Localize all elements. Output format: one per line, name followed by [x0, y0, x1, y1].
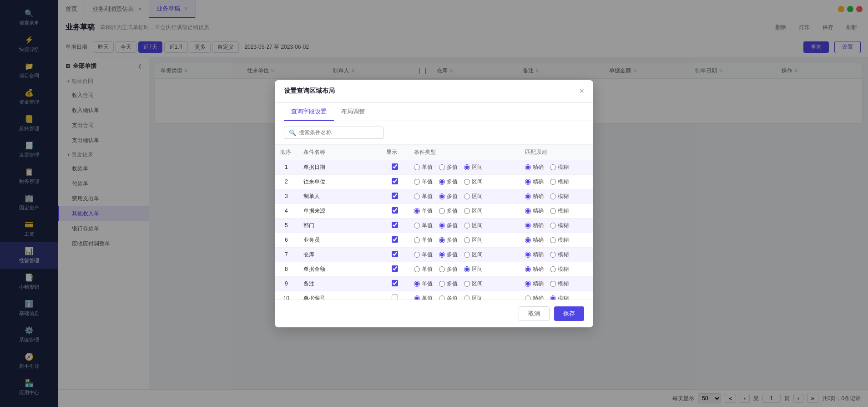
type-option-多值-10[interactable]: 多值: [439, 295, 458, 300]
match-radio-精确-10[interactable]: [525, 295, 531, 300]
type-option-多值-7[interactable]: 多值: [439, 251, 458, 259]
match-radio-模糊-8[interactable]: [550, 266, 556, 272]
type-option-单值-10[interactable]: 单值: [414, 295, 433, 300]
type-option-区间-7[interactable]: 区间: [464, 251, 483, 259]
match-radio-精确-6[interactable]: [525, 237, 531, 243]
match-radio-模糊-1[interactable]: [550, 164, 556, 170]
show-checkbox-10[interactable]: [392, 295, 398, 300]
match-option-精确-5[interactable]: 精确: [525, 222, 544, 229]
match-option-精确-8[interactable]: 精确: [525, 265, 544, 273]
search-input[interactable]: [299, 129, 379, 136]
match-radio-模糊-10[interactable]: [550, 295, 556, 300]
type-radio-单值-1[interactable]: [414, 164, 420, 170]
type-option-区间-8[interactable]: 区间: [464, 265, 483, 273]
match-option-精确-3[interactable]: 精确: [525, 193, 544, 200]
type-option-区间-6[interactable]: 区间: [464, 236, 483, 244]
match-option-精确-9[interactable]: 精确: [525, 280, 544, 288]
type-radio-区间-9[interactable]: [464, 281, 470, 287]
type-radio-多值-6[interactable]: [439, 237, 445, 243]
modal-close-btn[interactable]: ×: [579, 86, 584, 96]
type-option-区间-1[interactable]: 区间: [464, 163, 483, 171]
match-option-模糊-7[interactable]: 模糊: [550, 251, 569, 259]
type-radio-单值-4[interactable]: [414, 208, 420, 214]
type-option-单值-3[interactable]: 单值: [414, 193, 433, 200]
type-radio-区间-5[interactable]: [464, 223, 470, 229]
match-option-精确-6[interactable]: 精确: [525, 236, 544, 244]
type-radio-多值-9[interactable]: [439, 281, 445, 287]
match-option-精确-7[interactable]: 精确: [525, 251, 544, 259]
type-option-区间-2[interactable]: 区间: [464, 178, 483, 186]
type-option-区间-10[interactable]: 区间: [464, 295, 483, 300]
type-option-单值-7[interactable]: 单值: [414, 251, 433, 259]
type-radio-单值-10[interactable]: [414, 295, 420, 300]
type-radio-区间-1[interactable]: [464, 164, 470, 170]
type-option-单值-9[interactable]: 单值: [414, 280, 433, 288]
type-radio-多值-5[interactable]: [439, 223, 445, 229]
type-radio-多值-1[interactable]: [439, 164, 445, 170]
type-radio-多值-2[interactable]: [439, 179, 445, 185]
match-radio-精确-5[interactable]: [525, 223, 531, 229]
match-radio-模糊-3[interactable]: [550, 193, 556, 199]
match-option-模糊-8[interactable]: 模糊: [550, 265, 569, 273]
type-option-多值-8[interactable]: 多值: [439, 265, 458, 273]
modal-tab-布局调整[interactable]: 布局调整: [334, 103, 372, 121]
match-radio-精确-4[interactable]: [525, 208, 531, 214]
match-option-精确-10[interactable]: 精确: [525, 295, 544, 300]
type-radio-单值-3[interactable]: [414, 193, 420, 199]
type-radio-单值-5[interactable]: [414, 223, 420, 229]
match-option-精确-2[interactable]: 精确: [525, 178, 544, 186]
type-option-多值-3[interactable]: 多值: [439, 193, 458, 200]
type-option-多值-1[interactable]: 多值: [439, 163, 458, 171]
save-button[interactable]: 保存: [554, 306, 584, 321]
type-radio-单值-9[interactable]: [414, 281, 420, 287]
type-radio-区间-2[interactable]: [464, 179, 470, 185]
type-option-多值-6[interactable]: 多值: [439, 236, 458, 244]
type-radio-区间-4[interactable]: [464, 208, 470, 214]
type-option-多值-2[interactable]: 多值: [439, 178, 458, 186]
show-checkbox-1[interactable]: [392, 163, 398, 170]
match-option-模糊-2[interactable]: 模糊: [550, 178, 569, 186]
type-option-单值-5[interactable]: 单值: [414, 222, 433, 229]
type-option-单值-2[interactable]: 单值: [414, 178, 433, 186]
show-checkbox-7[interactable]: [392, 251, 398, 257]
type-radio-区间-3[interactable]: [464, 193, 470, 199]
type-radio-多值-4[interactable]: [439, 208, 445, 214]
type-option-单值-1[interactable]: 单值: [414, 163, 433, 171]
show-checkbox-3[interactable]: [392, 193, 398, 199]
show-checkbox-8[interactable]: [392, 265, 398, 272]
match-radio-精确-9[interactable]: [525, 281, 531, 287]
match-radio-精确-2[interactable]: [525, 179, 531, 185]
type-radio-单值-6[interactable]: [414, 237, 420, 243]
match-option-模糊-5[interactable]: 模糊: [550, 222, 569, 229]
type-radio-单值-7[interactable]: [414, 252, 420, 258]
type-radio-多值-3[interactable]: [439, 193, 445, 199]
match-option-模糊-3[interactable]: 模糊: [550, 193, 569, 200]
match-radio-模糊-6[interactable]: [550, 237, 556, 243]
type-radio-多值-8[interactable]: [439, 266, 445, 272]
match-radio-精确-7[interactable]: [525, 252, 531, 258]
match-option-模糊-9[interactable]: 模糊: [550, 280, 569, 288]
match-radio-模糊-4[interactable]: [550, 208, 556, 214]
type-option-单值-4[interactable]: 单值: [414, 207, 433, 215]
type-option-区间-3[interactable]: 区间: [464, 193, 483, 200]
match-radio-模糊-5[interactable]: [550, 223, 556, 229]
show-checkbox-4[interactable]: [392, 207, 398, 214]
type-radio-区间-8[interactable]: [464, 266, 470, 272]
type-option-单值-6[interactable]: 单值: [414, 236, 433, 244]
match-option-精确-1[interactable]: 精确: [525, 163, 544, 171]
match-option-精确-4[interactable]: 精确: [525, 207, 544, 215]
type-radio-单值-8[interactable]: [414, 266, 420, 272]
type-radio-单值-2[interactable]: [414, 179, 420, 185]
match-radio-精确-1[interactable]: [525, 164, 531, 170]
type-option-区间-9[interactable]: 区间: [464, 280, 483, 288]
type-option-多值-5[interactable]: 多值: [439, 222, 458, 229]
match-radio-模糊-9[interactable]: [550, 281, 556, 287]
modal-tab-查询字段设置[interactable]: 查询字段设置: [284, 103, 334, 121]
match-radio-精确-8[interactable]: [525, 266, 531, 272]
match-radio-模糊-7[interactable]: [550, 252, 556, 258]
type-radio-区间-10[interactable]: [464, 295, 470, 300]
show-checkbox-5[interactable]: [392, 222, 398, 228]
type-radio-区间-7[interactable]: [464, 252, 470, 258]
type-option-多值-4[interactable]: 多值: [439, 207, 458, 215]
show-checkbox-9[interactable]: [392, 280, 398, 286]
